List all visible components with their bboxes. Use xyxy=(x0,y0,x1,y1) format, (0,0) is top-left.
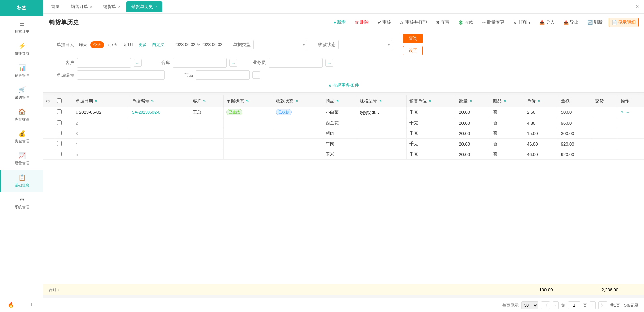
batch-change-button[interactable]: ✏ 批量变更 xyxy=(479,18,507,27)
pause-icon[interactable]: ⏸ xyxy=(28,300,36,309)
shortcut-custom[interactable]: 自定义 xyxy=(150,41,166,48)
setting-button[interactable]: 设置 xyxy=(403,46,423,55)
prev-page-button[interactable]: ‹ xyxy=(553,301,559,309)
edit-action[interactable]: ✎ xyxy=(621,110,624,115)
collect-status-sort-icon[interactable]: ⇅ xyxy=(296,99,298,103)
fire-icon[interactable]: 🔥 xyxy=(6,300,16,309)
shortcut-more[interactable]: 更多 xyxy=(137,41,149,48)
print-button[interactable]: 🖨 打印 ▾ xyxy=(510,18,533,27)
row-select-checkbox[interactable] xyxy=(57,120,62,125)
per-page-select[interactable]: 50 100 200 xyxy=(521,301,538,309)
page-number-input[interactable] xyxy=(568,301,580,309)
salesperson-label: 业务员 xyxy=(246,60,266,66)
sidebar-item-ops-mgmt[interactable]: 📈 经营管理 xyxy=(0,148,43,170)
spec-type-sort-icon[interactable]: ⇅ xyxy=(379,99,382,103)
sidebar-item-sys-mgmt[interactable]: ⚙ 系统管理 xyxy=(0,192,43,214)
row-select-checkbox[interactable] xyxy=(57,152,62,156)
shortcut-7days[interactable]: 近7天 xyxy=(105,41,120,48)
doc-date-sort-icon[interactable]: ⇅ xyxy=(95,99,97,103)
column-goods: 商品 ⇅ xyxy=(323,95,357,107)
column-gear[interactable]: ⚙ xyxy=(43,95,54,107)
goods-input[interactable] xyxy=(196,70,250,80)
shortcut-1month[interactable]: 近1月 xyxy=(121,41,136,48)
row-doc-status xyxy=(224,149,273,160)
gift-sort-icon[interactable]: ⇅ xyxy=(504,99,506,103)
sidebar-item-quick-nav[interactable]: ⚡ 快捷导航 xyxy=(0,38,43,60)
sidebar-item-sales-mgmt[interactable]: 📊 销售管理 xyxy=(0,60,43,82)
doc-no-sort-icon[interactable]: ⇅ xyxy=(151,99,154,103)
tab-sales-goods[interactable]: 销货单 × xyxy=(98,1,125,12)
row-amount: 300.00 xyxy=(558,128,592,139)
export-icon: 📤 xyxy=(563,20,569,25)
filter-warehouse: 合库 ... xyxy=(150,58,237,68)
row-select-checkbox[interactable] xyxy=(57,109,62,114)
tab-home[interactable]: 首页 xyxy=(46,1,65,12)
warehouse-ellipsis-button[interactable]: ... xyxy=(229,59,237,67)
sidebar-item-finance-mgmt[interactable]: 💰 资金管理 xyxy=(0,126,43,148)
doc-no-input[interactable] xyxy=(77,70,165,80)
customer-ellipsis-button[interactable]: ... xyxy=(134,59,142,67)
filter-customer: 客户 ... xyxy=(54,58,142,68)
show-detail-button[interactable]: 📄 显示明细 xyxy=(609,18,639,27)
quantity-sort-icon[interactable]: ⇅ xyxy=(470,99,472,103)
tab-sales-order-close[interactable]: × xyxy=(90,5,92,9)
table-wrap: ⚙ 单据日期 ⇅ 单据编号 ⇅ 客户 ⇅ xyxy=(43,95,644,284)
doc-status-sort-icon[interactable]: ⇅ xyxy=(246,99,249,103)
abandon-button[interactable]: ✖ 弃审 xyxy=(433,18,452,27)
table-row: 3 猪肉 千克 20.00 否 15.00 300.00 xyxy=(43,128,644,139)
more-action[interactable]: ⋯ xyxy=(625,110,629,115)
query-button[interactable]: 查询 xyxy=(403,34,423,43)
doc-no-link[interactable]: SA-20230602-0 xyxy=(132,110,160,115)
shortcut-today[interactable]: 今天 xyxy=(90,41,104,48)
toolbar: + 新增 🗑 删除 ✔ 审核 🖨 审核并打印 xyxy=(331,18,639,27)
column-doc-date: 单据日期 ⇅ xyxy=(73,95,129,107)
salesperson-input[interactable] xyxy=(269,58,323,68)
audit-label: 审核 xyxy=(382,19,391,25)
select-all-checkbox[interactable] xyxy=(57,98,62,103)
import-button[interactable]: 📥 导入 xyxy=(537,18,557,27)
tab-sales-history[interactable]: 销货单历史 × xyxy=(126,1,162,12)
import-icon: 📥 xyxy=(539,20,545,25)
row-select-checkbox[interactable] xyxy=(57,141,62,146)
goods-sort-icon[interactable]: ⇅ xyxy=(336,99,339,103)
row-goods: 玉米 xyxy=(323,149,357,160)
per-page-label: 每页显示 xyxy=(502,303,519,308)
doc-type-select[interactable] xyxy=(253,40,307,49)
collect-button[interactable]: 💲 收款 xyxy=(455,18,476,27)
tab-sales-history-close[interactable]: × xyxy=(155,5,157,9)
sidebar-item-purchase-mgmt[interactable]: 🛒 采购管理 xyxy=(0,82,43,104)
first-page-button[interactable]: 《 xyxy=(541,301,550,309)
tab-sales-order[interactable]: 销售订单 × xyxy=(65,1,97,12)
goods-ellipsis-button[interactable]: ... xyxy=(252,71,260,79)
warehouse-label: 合库 xyxy=(150,60,170,66)
audit-print-button[interactable]: 🖨 审核并打印 xyxy=(397,18,430,27)
audit-button[interactable]: ✔ 审核 xyxy=(375,18,394,27)
sales-unit-sort-icon[interactable]: ⇅ xyxy=(429,99,431,103)
collect-status-select-wrap: ▾ xyxy=(338,40,392,49)
row-doc-date: 2 xyxy=(73,118,129,128)
row-quantity: 20.00 xyxy=(456,149,490,160)
unit-price-sort-icon[interactable]: ⇅ xyxy=(538,99,540,103)
export-button[interactable]: 📤 导出 xyxy=(561,18,581,27)
next-page-button[interactable]: › xyxy=(590,301,596,309)
row-select-checkbox[interactable] xyxy=(57,131,62,135)
collect-status-select[interactable] xyxy=(338,40,392,49)
new-button[interactable]: + 新增 xyxy=(331,18,348,27)
warehouse-input[interactable] xyxy=(173,58,227,68)
tab-bar-close[interactable]: × xyxy=(633,3,641,11)
tab-sales-goods-close[interactable]: × xyxy=(118,5,120,9)
collapse-up-icon: ∧ xyxy=(328,83,332,88)
customer-sort-icon[interactable]: ⇅ xyxy=(203,99,206,103)
collapse-button[interactable]: ∧ 收起更多条件 xyxy=(328,82,359,88)
salesperson-ellipsis-button[interactable]: ... xyxy=(325,59,333,67)
refresh-button[interactable]: 🔄 刷新 xyxy=(585,18,605,27)
customer-input[interactable] xyxy=(77,58,131,68)
row-customer xyxy=(190,118,224,128)
purchase-icon: 🛒 xyxy=(18,86,26,94)
shortcut-yesterday[interactable]: 昨天 xyxy=(77,41,89,48)
delete-button[interactable]: 🗑 删除 xyxy=(352,18,371,27)
sidebar-item-search-menu[interactable]: ☰ 搜索菜单 xyxy=(0,16,43,38)
sidebar-item-basic-info[interactable]: 📋 基础信息 xyxy=(0,170,43,192)
last-page-button[interactable]: 》 xyxy=(598,301,607,309)
sidebar-item-inventory-calc[interactable]: 🏠 库存核算 xyxy=(0,104,43,126)
